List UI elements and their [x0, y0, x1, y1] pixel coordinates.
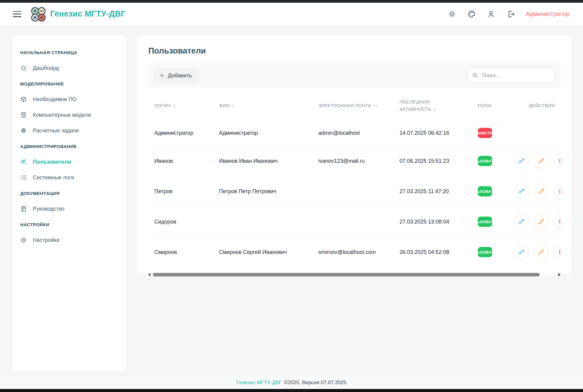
sidebar-item-label: Необходимое ПО: [33, 96, 77, 103]
cell-last-activity: 27.03.2025 11:47:20: [393, 176, 472, 207]
current-user-label[interactable]: Администратор: [526, 11, 569, 17]
cell-roles: АДМИНИСТРАТОР: [472, 120, 508, 146]
hamburger-menu-icon[interactable]: [12, 11, 22, 18]
reset-password-key-button[interactable]: [514, 184, 529, 199]
add-button-label: Добавить: [168, 73, 192, 79]
cell-email: admin@localhost: [312, 120, 393, 146]
sidebar-item-users[interactable]: Пользователи: [12, 154, 126, 170]
edit-user-button[interactable]: [534, 153, 549, 168]
cell-last-activity: 14.07.2025 06:42:16: [393, 120, 472, 146]
theme-sun-icon[interactable]: [448, 10, 457, 19]
user-profile-icon[interactable]: [487, 10, 496, 19]
cell-roles: ПОЛЬЗОВАТЕЛЬ: [472, 146, 508, 176]
calculator-icon: [20, 112, 27, 118]
gear-icon: [20, 237, 27, 243]
users-icon: [20, 159, 27, 165]
sort-icon: ↑↓: [433, 106, 436, 112]
users-table: ЛОГИН↑↓ ФИО↑↓ ЭЛЕКТРОННАЯ ПОЧТА ↑↓ ПОСЛЕ…: [148, 91, 560, 267]
cell-email: ivanov123@mail.ru: [312, 146, 393, 176]
delete-user-button[interactable]: [554, 214, 560, 229]
cell-last-activity: 07.06.2025 15:51:23: [393, 146, 472, 176]
sidebar-item-label: Руководство: [33, 206, 64, 212]
nav-section-home: НАЧАЛЬНАЯ СТРАНИЦА: [12, 45, 126, 60]
edit-user-button[interactable]: [534, 214, 549, 229]
reset-password-key-button[interactable]: [514, 245, 529, 260]
cell-email: smirnov@localhost.com: [312, 237, 393, 267]
palette-icon[interactable]: [467, 10, 476, 19]
column-header-actions: ДЕЙСТВИЯ: [508, 91, 560, 120]
table-row: Администратор Администратор admin@localh…: [148, 120, 560, 146]
reset-password-key-button[interactable]: [514, 214, 529, 229]
cell-last-activity: 26.03.2025 04:52:08: [393, 237, 472, 267]
column-header-login[interactable]: ЛОГИН↑↓: [148, 91, 213, 120]
list-icon: [20, 174, 27, 181]
plus-icon: [159, 73, 165, 79]
search-input[interactable]: [467, 68, 555, 83]
app-header: Генезис МГТУ-ДВГ: [0, 3, 583, 26]
cell-roles: ПОЛЬЗОВАТЕЛЬ: [472, 237, 508, 267]
scrollbar-track[interactable]: [152, 273, 557, 277]
nav-section-documentation: ДОКУМЕНТАЦИЯ: [12, 185, 126, 201]
cell-actions: [508, 207, 560, 237]
table-row: Петров Петров Петр Петрович 27.03.2025 1…: [148, 176, 560, 207]
sidebar-item-label: Компьютерные модели: [33, 112, 91, 118]
sort-icon: ↑↓: [172, 103, 175, 108]
sidebar-item-system-logs[interactable]: Системные логи: [12, 170, 126, 185]
cell-login: Петров: [148, 176, 213, 207]
nav-section-settings: НАСТРОЙКИ: [12, 217, 126, 232]
sidebar-item-manual[interactable]: Руководство: [12, 201, 126, 217]
sidebar-item-label: Расчетные задачи: [33, 128, 79, 134]
sidebar-item-computer-models[interactable]: Компьютерные модели: [12, 107, 126, 123]
sidebar-item-label: Дашбоард: [33, 65, 59, 71]
edit-user-button[interactable]: [534, 184, 549, 199]
delete-user-button[interactable]: [554, 245, 560, 260]
users-page-card: Пользователи Добавить: [137, 35, 572, 273]
sidebar-item-software[interactable]: Необходимое ПО: [12, 91, 126, 107]
cell-last-activity: 27.03.2025 13:08:04: [393, 207, 472, 237]
horizontal-scrollbar[interactable]: [148, 272, 560, 277]
column-header-fio[interactable]: ФИО↑↓: [213, 91, 312, 120]
app-footer: Генезис-МГТУ-ДВГ ©2025. Версия 07.07.202…: [0, 376, 583, 389]
app-logo-math-icon: [30, 6, 46, 22]
cell-roles: ПОЛЬЗОВАТЕЛЬ: [472, 176, 508, 207]
table-row: Иванов Иванов Иван Иванович ivanov123@ma…: [148, 146, 560, 176]
add-user-button[interactable]: Добавить: [153, 68, 200, 83]
cell-actions: [508, 237, 560, 267]
cell-login: Смирнов: [148, 237, 213, 267]
table-row: Смирнов Смирнов Сергей Иванович smirnov@…: [148, 237, 560, 267]
page-title: Пользователи: [148, 46, 560, 56]
column-header-email[interactable]: ЭЛЕКТРОННАЯ ПОЧТА ↑↓: [312, 91, 393, 120]
nav-section-administration: АДМИНИСТРИРОВАНИЕ: [12, 138, 126, 154]
cell-actions: [508, 120, 560, 146]
logout-icon[interactable]: [506, 10, 515, 19]
column-header-last-activity[interactable]: ПОСЛЕДНЯЯ АКТИВНОСТЬ↑↓: [393, 91, 472, 120]
sidebar-item-label: Пользователи: [33, 159, 71, 165]
sidebar-item-dashboard[interactable]: Дашбоард: [12, 60, 126, 76]
cell-roles: ПОЛЬЗОВАТЕЛЬ: [472, 207, 508, 237]
scrollbar-thumb[interactable]: [153, 273, 540, 276]
delete-user-button[interactable]: [554, 153, 560, 168]
top-dark-strip: [0, 0, 583, 3]
sidebar-item-label: Системные логи: [33, 174, 74, 181]
delete-user-button[interactable]: [554, 184, 560, 199]
cell-fio: Администратор: [213, 120, 312, 146]
home-icon: [20, 65, 27, 71]
role-badge: ПОЛЬЗОВАТЕЛЬ: [478, 156, 492, 166]
footer-version-text: ©2025. Версия 07.07.2025: [284, 380, 346, 386]
package-cube-icon: [20, 96, 27, 103]
column-header-roles: РОЛИ: [472, 91, 508, 120]
scroll-right-arrow-icon[interactable]: [558, 273, 560, 276]
scroll-left-arrow-icon[interactable]: [148, 273, 150, 276]
footer-brand-link[interactable]: Генезис-МГТУ-ДВГ: [237, 380, 282, 386]
cell-email: [312, 207, 393, 237]
sidebar-item-settings[interactable]: Настройки: [12, 232, 126, 248]
users-table-container: ЛОГИН↑↓ ФИО↑↓ ЭЛЕКТРОННАЯ ПОЧТА ↑↓ ПОСЛЕ…: [148, 91, 560, 267]
sidebar-item-computational-tasks[interactable]: Расчетные задачи: [12, 123, 126, 138]
role-badge: ПОЛЬЗОВАТЕЛЬ: [478, 186, 492, 196]
bottom-dark-strip: [0, 389, 583, 392]
search-box: [467, 68, 555, 83]
cell-email: [312, 176, 393, 207]
reset-password-key-button[interactable]: [514, 153, 529, 168]
table-toolbar: Добавить: [148, 63, 560, 88]
edit-user-button[interactable]: [534, 245, 549, 260]
